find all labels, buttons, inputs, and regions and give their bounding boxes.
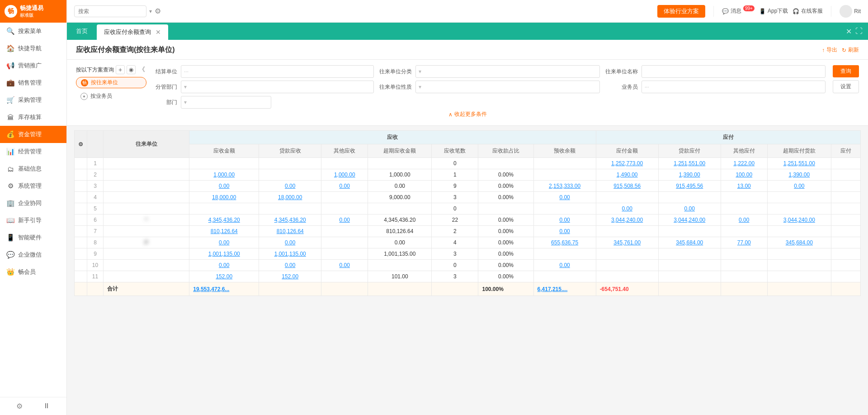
- sidebar-item-basic[interactable]: 🗂 基础信息: [0, 160, 66, 177]
- table-cell[interactable]: 0.00: [767, 181, 831, 192]
- table-cell[interactable]: 0.00: [321, 260, 368, 271]
- table-cell[interactable]: 0.00: [596, 203, 658, 215]
- table-cell: [596, 260, 658, 271]
- table-cell[interactable]: 1,001,135.00: [189, 248, 259, 260]
- collapse-more-btn[interactable]: ∧ 收起更多条件: [76, 109, 859, 120]
- sidebar-item-guide[interactable]: 📖 新手引导: [0, 212, 66, 229]
- field-input-wanglaiming[interactable]: [642, 65, 826, 78]
- table-cell[interactable]: 0.00: [533, 260, 596, 271]
- promo-button[interactable]: 体验行业方案: [657, 5, 705, 18]
- table-cell[interactable]: 1,490.00: [596, 169, 658, 181]
- table-cell[interactable]: 0.00: [321, 181, 368, 192]
- sidebar-item-search[interactable]: 🔍 搜索菜单: [0, 23, 66, 40]
- table-cell[interactable]: 152.00: [189, 271, 259, 282]
- filter-add-btn[interactable]: +: [116, 65, 125, 74]
- table-cell[interactable]: 100.00: [721, 169, 767, 181]
- table-cell[interactable]: 1,252,773.00: [596, 158, 658, 169]
- field-input-fenguanbu[interactable]: ▾: [181, 81, 374, 93]
- field-input-yewuyuan[interactable]: ···: [642, 81, 826, 93]
- sidebar-setting-btn[interactable]: ⚙: [16, 402, 23, 410]
- table-cell[interactable]: 915,508.56: [596, 181, 658, 192]
- table-cell[interactable]: 18,000.00: [259, 192, 321, 203]
- table-cell[interactable]: 0.00: [259, 260, 321, 271]
- field-input-bumen[interactable]: ▾: [181, 96, 271, 109]
- table-cell[interactable]: 655,636.75: [533, 237, 596, 248]
- sidebar-collapse-btn[interactable]: ⏸: [43, 402, 50, 410]
- sidebar-item-system[interactable]: ⚙ 系统管理: [0, 177, 66, 195]
- query-button[interactable]: 查询: [833, 65, 859, 77]
- th-setting[interactable]: ⚙: [75, 131, 87, 158]
- table-cell: 1: [87, 158, 104, 169]
- tab-receivable[interactable]: 应收应付余额查询 ✕: [97, 24, 168, 40]
- table-cell[interactable]: 3,044,240.00: [596, 215, 658, 226]
- window-close-btn[interactable]: ✕: [846, 27, 852, 36]
- table-cell[interactable]: 1,251,551.00: [767, 158, 831, 169]
- sidebar-item-wechat[interactable]: 💬 企业微信: [0, 246, 66, 263]
- table-cell[interactable]: 810,126.64: [189, 226, 259, 237]
- sidebar-item-hardware[interactable]: 📱 智能硬件: [0, 229, 66, 246]
- field-input-wanglaixingzhi[interactable]: ▾: [415, 81, 599, 93]
- table-cell[interactable]: 0.00: [533, 215, 596, 226]
- table-cell[interactable]: 345,761.00: [596, 237, 658, 248]
- table-cell[interactable]: 810,126.64: [259, 226, 321, 237]
- tab-home[interactable]: 首页: [67, 23, 97, 40]
- topbar-search-input[interactable]: [74, 5, 146, 17]
- sidebar-item-marketing[interactable]: 📢 营销推广: [0, 57, 66, 74]
- table-cell[interactable]: 1,000.00: [321, 169, 368, 181]
- table-cell[interactable]: 1,222.00: [721, 158, 767, 169]
- table-cell[interactable]: 345,684.00: [658, 237, 721, 248]
- sidebar-item-operation[interactable]: 📊 经营管理: [0, 143, 66, 160]
- table-cell[interactable]: 152.00: [259, 271, 321, 282]
- table-cell[interactable]: 4,345,436.20: [189, 215, 259, 226]
- table-cell[interactable]: 18,000.00: [189, 192, 259, 203]
- window-maximize-btn[interactable]: ⛶: [855, 27, 863, 35]
- table-cell[interactable]: 0.00: [189, 237, 259, 248]
- table-cell[interactable]: 1,001,135.00: [259, 248, 321, 260]
- table-cell[interactable]: 0.00: [321, 215, 368, 226]
- table-cell[interactable]: 77.00: [721, 237, 767, 248]
- app-download-action[interactable]: 📱 App下载: [759, 7, 788, 15]
- sidebar-item-member[interactable]: 👑 畅会员: [0, 263, 66, 281]
- sidebar-item-purchase[interactable]: 🛒 采购管理: [0, 91, 66, 109]
- filter-setting-circle-btn[interactable]: ◉: [127, 65, 136, 74]
- table-cell[interactable]: 0.00: [658, 203, 721, 215]
- filter-collapse-btn[interactable]: 《: [137, 65, 146, 74]
- table-cell[interactable]: 0.00: [189, 181, 259, 192]
- filter-option-by-unit[interactable]: 畅 按往来单位: [76, 77, 146, 88]
- sidebar-item-quicknav[interactable]: 🏠 快捷导航: [0, 40, 66, 57]
- table-cell[interactable]: 0.00: [533, 226, 596, 237]
- sidebar-item-sales[interactable]: 💼 销售管理: [0, 74, 66, 91]
- online-service-action[interactable]: 🎧 在线客服: [793, 7, 823, 15]
- table-cell[interactable]: 0.00: [189, 260, 259, 271]
- table-cell[interactable]: 2,153,333.00: [533, 181, 596, 192]
- table-cell[interactable]: 4,345,436.20: [259, 215, 321, 226]
- table-cell[interactable]: 1,251,551.00: [658, 158, 721, 169]
- tab-close-icon[interactable]: ✕: [156, 29, 161, 36]
- table-cell[interactable]: 0.00: [721, 215, 767, 226]
- table-cell[interactable]: 0.00: [259, 181, 321, 192]
- table-cell[interactable]: 0.00: [533, 192, 596, 203]
- topbar-gear-icon[interactable]: ⚙: [155, 7, 161, 15]
- footer-td5: [432, 282, 478, 296]
- table-cell[interactable]: 3,044,240.00: [658, 215, 721, 226]
- topbar-dropdown-icon[interactable]: ▾: [149, 8, 152, 14]
- table-cell[interactable]: 1,390.00: [767, 169, 831, 181]
- export-button[interactable]: ↑ 导出: [822, 46, 837, 54]
- table-cell[interactable]: 13.00: [721, 181, 767, 192]
- table-cell[interactable]: 915,495.56: [658, 181, 721, 192]
- sidebar-item-inventory[interactable]: 🏛 库存核算: [0, 109, 66, 126]
- table-cell[interactable]: 345,684.00: [767, 237, 831, 248]
- message-action[interactable]: 💬 消息 99+: [722, 7, 755, 15]
- user-info[interactable]: Rit: [840, 5, 861, 18]
- table-cell[interactable]: 1,000.00: [189, 169, 259, 181]
- refresh-button[interactable]: ↻ 刷新: [842, 46, 859, 54]
- sidebar-item-capital[interactable]: 💰 资金管理: [0, 126, 66, 143]
- filter-option-by-salesman[interactable]: ● 按业务员: [76, 91, 146, 101]
- table-cell[interactable]: 1,390.00: [658, 169, 721, 181]
- sidebar-item-corp[interactable]: 🏢 企业协同: [0, 195, 66, 212]
- setting-button[interactable]: 设置: [833, 80, 859, 93]
- table-cell[interactable]: 3,044,240.00: [767, 215, 831, 226]
- field-input-wanglaifenlei[interactable]: ▾: [415, 65, 599, 78]
- table-cell[interactable]: 0.00: [259, 237, 321, 248]
- field-input-jiesuandanwei[interactable]: ···: [181, 65, 374, 78]
